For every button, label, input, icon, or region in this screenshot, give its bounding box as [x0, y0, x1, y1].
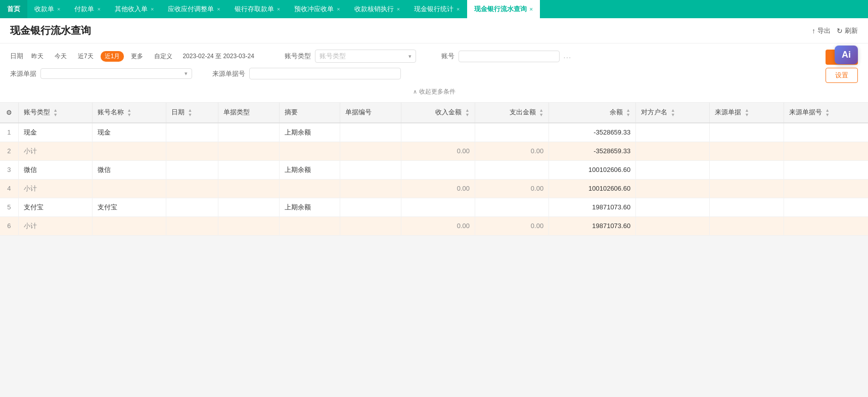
- nav-tab-shoukuanhexiao[interactable]: 收款核销执行 ×: [347, 0, 407, 18]
- nav-home[interactable]: 首页: [0, 0, 27, 18]
- page-header: 现金银行流水查询 ↑ 导出 ↻ 刷新: [0, 18, 868, 43]
- source-doc-label: 来源单据: [10, 69, 36, 78]
- date-options: 昨天 今天 近7天 近1月 更多 自定义: [27, 51, 176, 62]
- col-account-name[interactable]: 账号名称 ▲▼: [92, 103, 166, 123]
- chevron-down-icon: ▾: [185, 70, 188, 77]
- date-option-1month[interactable]: 近1月: [101, 51, 124, 62]
- date-option-more[interactable]: 更多: [127, 51, 147, 62]
- sort-icon: ▲▼: [671, 108, 675, 117]
- account-input[interactable]: [459, 51, 560, 62]
- ai-assistant-badge[interactable]: Ai: [835, 46, 858, 64]
- sort-icon: ▲▼: [626, 108, 630, 117]
- date-filter-label: 日期: [10, 52, 23, 61]
- sort-icon: ▲▼: [188, 108, 193, 117]
- close-icon[interactable]: ×: [151, 0, 154, 18]
- close-icon[interactable]: ×: [57, 0, 60, 18]
- close-icon[interactable]: ×: [97, 0, 100, 18]
- col-income[interactable]: 收入金额 ▲▼: [401, 103, 475, 123]
- col-account-type[interactable]: 账号类型 ▲▼: [18, 103, 92, 123]
- table-row[interactable]: 4小计0.000.00100102606.60: [0, 179, 868, 198]
- col-gear[interactable]: ⚙: [0, 103, 18, 123]
- export-icon: ↑: [812, 27, 815, 35]
- col-source-doc-no[interactable]: 来源单据号 ▲▼: [784, 103, 868, 123]
- col-balance[interactable]: 余额 ▲▼: [549, 103, 636, 123]
- col-expense[interactable]: 支出金额 ▲▼: [475, 103, 549, 123]
- account-type-label: 账号类型: [285, 52, 311, 61]
- date-option-7days[interactable]: 近7天: [74, 51, 98, 62]
- nav-tab-shoukuandan[interactable]: 收款单 ×: [27, 0, 67, 18]
- close-icon[interactable]: ×: [397, 0, 400, 18]
- source-doc-no-label: 来源单据号: [212, 69, 245, 78]
- close-icon[interactable]: ×: [277, 0, 280, 18]
- nav-tab-xianjintongji[interactable]: 现金银行统计 ×: [407, 0, 467, 18]
- col-source-doc[interactable]: 来源单据 ▲▼: [710, 103, 784, 123]
- sort-icon: ▲▼: [127, 108, 131, 117]
- sort-icon: ▲▼: [539, 108, 543, 117]
- refresh-icon: ↻: [837, 27, 843, 35]
- nav-tab-qitashouru[interactable]: 其他收入单 ×: [108, 0, 161, 18]
- more-dots[interactable]: ...: [564, 53, 572, 60]
- date-option-yesterday[interactable]: 昨天: [27, 51, 48, 62]
- close-icon[interactable]: ×: [530, 0, 533, 18]
- filter-area: 日期 昨天 今天 近7天 近1月 更多 自定义 2023-02-24 至 202…: [0, 43, 868, 103]
- close-icon[interactable]: ×: [217, 0, 220, 18]
- top-navigation: 首页 收款单 × 付款单 × 其他收入单 × 应收应付调整单 × 银行存取款单 …: [0, 0, 868, 18]
- sort-icon: ▲▼: [825, 108, 830, 117]
- nav-tab-liushuichaxun[interactable]: 现金银行流水查询 ×: [467, 0, 540, 18]
- settings-button[interactable]: 设置: [826, 68, 858, 83]
- table-row[interactable]: 3微信微信上期余额100102606.60: [0, 160, 868, 179]
- header-actions: ↑ 导出 ↻ 刷新: [812, 26, 858, 35]
- close-icon[interactable]: ×: [337, 0, 340, 18]
- col-counterpart[interactable]: 对方户名 ▲▼: [636, 103, 710, 123]
- date-range-display: 2023-02-24 至 2023-03-24: [182, 52, 254, 61]
- sort-icon: ▲▼: [53, 108, 58, 117]
- chevron-up-icon: ∧: [413, 89, 417, 95]
- table-row[interactable]: 2小计0.000.00-3528659.33: [0, 142, 868, 160]
- source-doc-select[interactable]: ▾: [40, 68, 192, 79]
- transactions-table: ⚙ 账号类型 ▲▼ 账号名称 ▲▼ 日期 ▲▼ 单据类型 摘: [0, 103, 868, 236]
- nav-tab-yushou[interactable]: 预收冲应收单 ×: [287, 0, 347, 18]
- col-doc-type[interactable]: 单据类型: [218, 103, 280, 123]
- date-option-custom[interactable]: 自定义: [150, 51, 176, 62]
- account-label: 账号: [441, 52, 454, 61]
- table-row[interactable]: 5支付宝支付宝上期余额19871073.60: [0, 198, 868, 216]
- table-row[interactable]: 1现金现金上期余额-3528659.33: [0, 123, 868, 142]
- collapse-more-conditions[interactable]: ∧ 收起更多条件: [10, 84, 858, 98]
- export-button[interactable]: ↑ 导出: [812, 26, 831, 35]
- settings-icon[interactable]: ⚙: [6, 109, 12, 116]
- chevron-down-icon: ▾: [408, 53, 412, 60]
- nav-tab-tiaozhendan[interactable]: 应收应付调整单 ×: [161, 0, 227, 18]
- sort-icon: ▲▼: [465, 108, 470, 117]
- col-date[interactable]: 日期 ▲▼: [166, 103, 218, 123]
- table-header-row: ⚙ 账号类型 ▲▼ 账号名称 ▲▼ 日期 ▲▼ 单据类型 摘: [0, 103, 868, 123]
- page-title: 现金银行流水查询: [10, 24, 91, 37]
- nav-tab-fukuandan[interactable]: 付款单 ×: [67, 0, 107, 18]
- table-row[interactable]: 6小计0.000.0019871073.60: [0, 216, 868, 235]
- col-doc-no[interactable]: 单据编号: [340, 103, 401, 123]
- nav-tab-cunqudan[interactable]: 银行存取款单 ×: [227, 0, 287, 18]
- source-doc-no-input[interactable]: [249, 68, 401, 79]
- data-table-container: ⚙ 账号类型 ▲▼ 账号名称 ▲▼ 日期 ▲▼ 单据类型 摘: [0, 103, 868, 236]
- sort-icon: ▲▼: [745, 108, 749, 117]
- close-icon[interactable]: ×: [456, 0, 460, 18]
- refresh-button[interactable]: ↻ 刷新: [837, 26, 858, 35]
- date-option-today[interactable]: 今天: [51, 51, 71, 62]
- col-summary[interactable]: 摘要: [279, 103, 340, 123]
- account-type-select[interactable]: 账号类型 ▾: [315, 50, 416, 63]
